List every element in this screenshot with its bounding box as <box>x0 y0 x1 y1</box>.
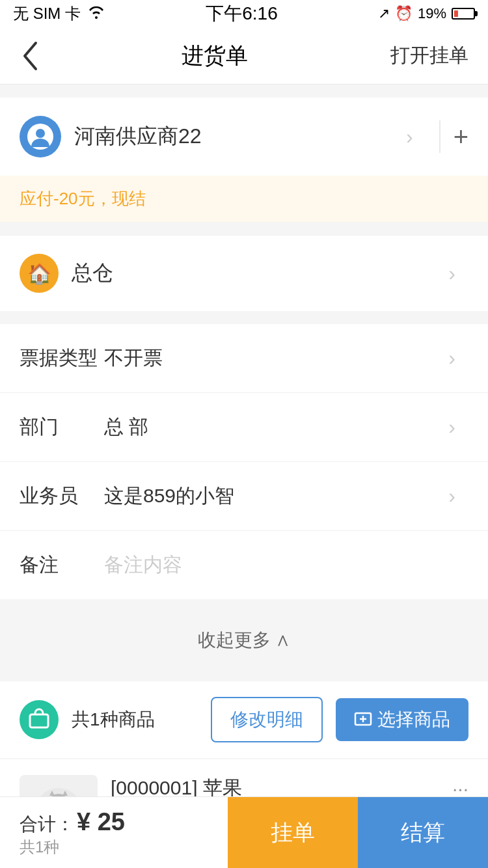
avatar-icon <box>27 124 53 150</box>
sales-chevron-icon: › <box>448 484 455 508</box>
remark-input[interactable]: 备注内容 <box>104 552 468 578</box>
select-product-label: 选择商品 <box>377 707 450 732</box>
add-supplier-button[interactable]: + <box>454 122 468 152</box>
dept-label: 部门 <box>20 414 104 441</box>
product-icon-wrap <box>20 700 59 739</box>
dept-value: 总 部 <box>104 414 448 441</box>
invoice-chevron-icon: › <box>448 346 455 370</box>
dept-row[interactable]: 部门 总 部 › <box>0 393 488 462</box>
battery-icon <box>452 8 475 20</box>
product-count: 共1种商品 <box>72 707 198 732</box>
collapse-button[interactable]: 收起更多 ∧ <box>0 612 488 668</box>
wifi-icon <box>87 5 105 23</box>
product-title: 苹果 <box>203 777 242 798</box>
supplier-chevron-icon: › <box>406 125 413 149</box>
warehouse-icon-wrap: 🏠 <box>20 254 59 293</box>
settle-button[interactable]: 结算 <box>358 797 488 868</box>
collapse-label: 收起更多 ∧ <box>198 628 291 653</box>
warehouse-icon: 🏠 <box>27 262 51 285</box>
supplier-row[interactable]: 河南供应商22 › + <box>0 98 488 176</box>
divider <box>439 120 441 153</box>
total-sub: 共1种 <box>20 837 208 858</box>
notice-banner: 应付-20元，现结 <box>0 176 488 222</box>
status-bar: 无 SIM 卡 下午6:16 ↗ ⏰ 19% <box>0 0 488 27</box>
bottom-bar: 合计： ¥ 25 共1种 挂单 结算 <box>0 796 488 868</box>
invoice-row[interactable]: 票据类型 不开票 › <box>0 324 488 393</box>
product-header: 共1种商品 修改明细 选择商品 <box>0 681 488 758</box>
status-time: 下午6:16 <box>206 1 278 26</box>
dept-chevron-icon: › <box>448 415 455 439</box>
warehouse-section: 🏠 总仓 › <box>0 235 488 311</box>
remark-label: 备注 <box>20 552 104 578</box>
product-id: [0000001] <box>111 777 197 798</box>
invoice-value: 不开票 <box>104 345 448 372</box>
location-icon: ↗ <box>378 5 390 22</box>
invoice-label: 票据类型 <box>20 345 104 372</box>
supplier-section: 河南供应商22 › + 应付-20元，现结 <box>0 98 488 222</box>
battery-percent: 19% <box>418 5 446 22</box>
warehouse-name: 总仓 <box>72 259 448 288</box>
alarm-icon: ⏰ <box>395 5 413 22</box>
remark-row[interactable]: 备注 备注内容 <box>0 531 488 599</box>
warehouse-row[interactable]: 🏠 总仓 › <box>0 235 488 311</box>
sales-row[interactable]: 业务员 这是859的小智 › <box>0 462 488 531</box>
total-label: 合计： <box>20 812 74 837</box>
total-section: 合计： ¥ 25 共1种 <box>0 797 228 868</box>
supplier-avatar <box>20 116 61 157</box>
nav-bar: 进货单 打开挂单 <box>0 27 488 85</box>
total-amount: ¥ 25 <box>77 808 125 836</box>
carrier-text: 无 SIM 卡 <box>13 3 81 24</box>
open-pending-button[interactable]: 打开挂单 <box>390 42 468 69</box>
warehouse-chevron-icon: › <box>448 262 455 286</box>
sales-label: 业务员 <box>20 483 104 509</box>
svg-rect-1 <box>30 714 48 727</box>
status-right: ↗ ⏰ 19% <box>378 5 475 22</box>
status-left: 无 SIM 卡 <box>13 3 105 24</box>
hang-button[interactable]: 挂单 <box>228 797 358 868</box>
edit-detail-button[interactable]: 修改明细 <box>211 697 323 742</box>
supplier-name: 河南供应商22 <box>74 122 406 151</box>
sales-value: 这是859的小智 <box>104 483 448 509</box>
page-title: 进货单 <box>182 41 248 71</box>
form-section: 票据类型 不开票 › 部门 总 部 › 业务员 这是859的小智 › 备注 备注… <box>0 324 488 599</box>
select-product-button[interactable]: 选择商品 <box>336 698 468 741</box>
svg-point-0 <box>36 129 45 138</box>
back-button[interactable] <box>20 40 39 72</box>
